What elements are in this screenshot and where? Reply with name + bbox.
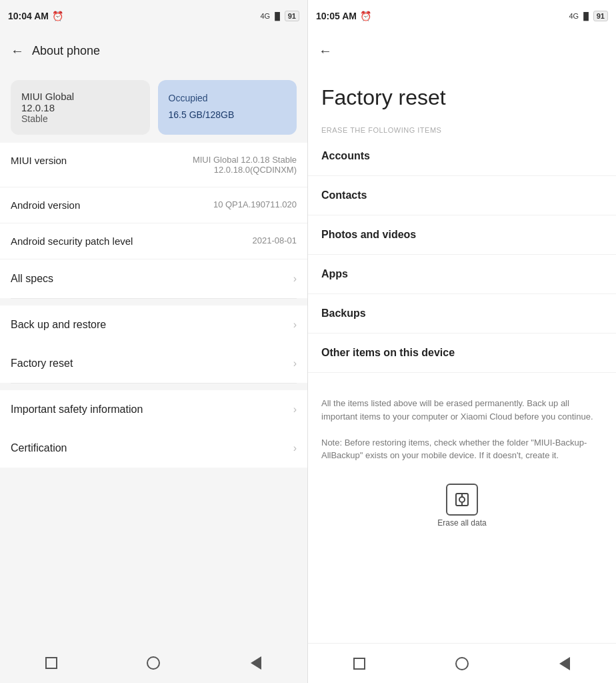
erase-all-button[interactable]: Erase all data	[308, 473, 616, 538]
factory-reset-row[interactable]: Factory reset ›	[0, 344, 307, 383]
left-nav-home-btn[interactable]	[143, 653, 163, 673]
android-version-label: Android version	[11, 199, 163, 211]
occupied-label: Occupied	[169, 93, 287, 103]
miui-line1: MIUI Global	[21, 91, 139, 102]
left-bottom-nav	[0, 643, 307, 683]
backup-restore-chevron: ›	[293, 319, 297, 331]
right-status-bar: 10:05 AM ⏰ 4G ▐▌ 91	[308, 0, 616, 32]
storage-row: MIUI Global 12.0.18 Stable Occupied 16.5…	[0, 69, 307, 143]
safety-info-chevron: ›	[293, 404, 297, 416]
backup-restore-label: Back up and restore	[11, 319, 106, 331]
miui-card: MIUI Global 12.0.18 Stable	[11, 80, 150, 135]
right-time-text: 10:05 AM	[316, 11, 357, 21]
spacer	[308, 373, 616, 386]
right-signal-bars: ▐▌	[581, 12, 591, 20]
safety-info-label: Important safety information	[11, 404, 143, 416]
right-back-button[interactable]: ←	[319, 43, 332, 59]
miui-line2: 12.0.18	[21, 102, 139, 113]
factory-reset-content: Factory reset ERASE THE FOLLOWING ITEMS …	[308, 69, 616, 643]
erase-item-apps: Apps	[308, 255, 616, 294]
warning-text-1: All the items listed above will be erase…	[308, 386, 616, 473]
security-patch-value: 2021-08-01	[163, 235, 297, 245]
section-gap-2	[0, 384, 307, 390]
left-home-icon	[147, 656, 160, 670]
android-version-row: Android version 10 QP1A.190711.020	[0, 187, 307, 223]
about-content: MIUI Global 12.0.18 Stable Occupied 16.5…	[0, 69, 307, 643]
right-nav-square-btn[interactable]	[349, 654, 369, 674]
factory-reset-label: Factory reset	[11, 358, 73, 370]
right-nav-back-btn[interactable]	[555, 654, 575, 674]
right-home-icon	[455, 657, 469, 670]
left-top-bar: ← About phone	[0, 32, 307, 69]
left-back-icon	[251, 656, 261, 670]
erase-item-accounts: Accounts	[308, 137, 616, 176]
right-nav-home-btn[interactable]	[452, 654, 472, 674]
right-back-icon	[559, 657, 570, 670]
erase-heading: ERASE THE FOLLOWING ITEMS	[308, 121, 616, 137]
left-status-bar: 10:04 AM ⏰ 4G ▐▌ 91	[0, 0, 307, 32]
left-signal-bars: ▐▌	[272, 12, 283, 20]
left-back-button[interactable]: ←	[11, 43, 24, 59]
warning-paragraph-1: All the items listed above will be erase…	[321, 397, 603, 423]
safety-info-row[interactable]: Important safety information ›	[0, 390, 307, 429]
certification-chevron: ›	[293, 442, 297, 454]
right-battery: 91	[593, 11, 608, 21]
info-section: MIUI version MIUI Global 12.0.18 Stable …	[0, 143, 307, 259]
left-nav-back-btn[interactable]	[246, 653, 266, 673]
left-panel: 10:04 AM ⏰ 4G ▐▌ 91 ← About phone MIUI G…	[0, 0, 308, 683]
right-status-icons: 4G ▐▌ 91	[569, 11, 608, 21]
miui-version-value: MIUI Global 12.0.18 Stable 12.0.18.0(QCD…	[163, 155, 297, 175]
factory-reset-title: Factory reset	[308, 69, 616, 121]
security-patch-row: Android security patch level 2021-08-01	[0, 223, 307, 259]
right-alarm-icon: ⏰	[360, 11, 371, 21]
erase-all-label: Erase all data	[437, 518, 486, 528]
right-panel: 10:05 AM ⏰ 4G ▐▌ 91 ← Factory reset ERAS…	[308, 0, 616, 683]
left-time-text: 10:04 AM	[8, 11, 49, 21]
miui-version-row: MIUI version MIUI Global 12.0.18 Stable …	[0, 143, 307, 187]
certification-label: Certification	[11, 442, 67, 454]
occupied-size: 16.5 GB/128GB	[169, 103, 287, 122]
erase-item-contacts: Contacts	[308, 176, 616, 215]
all-specs-chevron: ›	[293, 273, 297, 285]
all-specs-row[interactable]: All specs ›	[0, 259, 307, 298]
miui-line3: Stable	[21, 113, 139, 124]
right-bottom-nav	[308, 643, 616, 683]
erase-svg-icon	[454, 492, 470, 508]
all-specs-label: All specs	[11, 273, 53, 285]
left-page-title: About phone	[32, 44, 100, 58]
left-status-icons: 4G ▐▌ 91	[260, 11, 299, 21]
right-time: 10:05 AM ⏰	[316, 11, 371, 21]
warning-paragraph-2: Note: Before restoring items, check whet…	[321, 436, 603, 462]
erase-item-other: Other items on this device	[308, 333, 616, 373]
left-battery: 91	[285, 11, 299, 21]
backup-restore-row[interactable]: Back up and restore ›	[0, 305, 307, 344]
left-signal-icon: 4G	[260, 12, 270, 20]
security-patch-label: Android security patch level	[11, 235, 163, 247]
occupied-card: Occupied 16.5 GB/128GB	[158, 80, 297, 135]
occupied-size-value: 16.5 GB	[169, 109, 203, 120]
erase-item-photos: Photos and videos	[308, 215, 616, 255]
svg-point-1	[459, 497, 465, 502]
erase-icon	[446, 484, 478, 516]
miui-version-label: MIUI version	[11, 155, 163, 166]
right-top-bar: ←	[308, 32, 616, 69]
left-square-icon	[45, 657, 57, 669]
certification-row[interactable]: Certification ›	[0, 429, 307, 468]
right-signal-icon: 4G	[569, 12, 579, 20]
factory-reset-chevron: ›	[293, 358, 297, 370]
android-version-value: 10 QP1A.190711.020	[163, 199, 297, 209]
right-square-icon	[353, 658, 365, 670]
section-gap-1	[0, 299, 307, 305]
erase-item-backups: Backups	[308, 294, 616, 333]
left-time: 10:04 AM ⏰	[8, 11, 63, 21]
occupied-total: /128GB	[203, 109, 234, 120]
left-nav-square-btn[interactable]	[41, 653, 61, 673]
left-alarm-icon: ⏰	[52, 11, 63, 21]
